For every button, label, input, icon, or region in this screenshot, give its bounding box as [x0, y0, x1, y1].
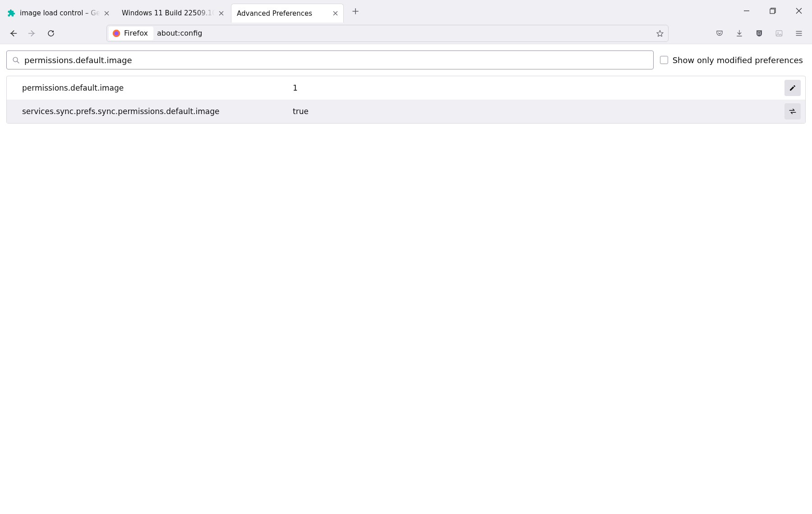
- toggle-pref-button[interactable]: [784, 103, 801, 119]
- forward-button[interactable]: [23, 25, 41, 42]
- minimize-button[interactable]: [734, 0, 760, 22]
- pref-value: 1: [293, 83, 784, 92]
- puzzle-icon: [7, 9, 15, 17]
- ublock-icon[interactable]: 口: [751, 25, 768, 42]
- window-controls: [734, 0, 812, 23]
- pref-row[interactable]: permissions.default.image 1: [7, 76, 805, 100]
- config-search-row: Show only modified preferences: [0, 44, 812, 69]
- downloads-button[interactable]: [731, 25, 748, 42]
- new-tab-button[interactable]: [347, 3, 364, 19]
- svg-text:口: 口: [757, 31, 761, 35]
- pref-row[interactable]: services.sync.prefs.sync.permissions.def…: [7, 100, 805, 123]
- checkbox-icon: [660, 56, 668, 64]
- navigation-toolbar: Firefox about:config 口: [0, 23, 812, 44]
- back-button[interactable]: [5, 25, 22, 42]
- pref-name: permissions.default.image: [22, 83, 293, 92]
- close-tab-button[interactable]: [217, 9, 226, 18]
- show-modified-only-checkbox[interactable]: Show only modified preferences: [660, 55, 806, 65]
- bookmark-star-button[interactable]: [652, 25, 668, 41]
- svg-rect-1: [770, 9, 775, 14]
- pref-search-input[interactable]: [24, 55, 648, 65]
- svg-rect-5: [776, 31, 782, 36]
- image-extension-icon[interactable]: [770, 25, 788, 42]
- close-tab-button[interactable]: [102, 9, 111, 18]
- maximize-button[interactable]: [760, 0, 786, 22]
- svg-point-6: [778, 32, 779, 33]
- tab-bar: image load control – Get this Ex Windows…: [0, 0, 812, 23]
- search-icon: [12, 56, 20, 64]
- close-tab-button[interactable]: [331, 9, 340, 18]
- identity-box[interactable]: Firefox: [109, 27, 153, 40]
- toolbar-right: 口: [711, 25, 807, 42]
- pref-name: services.sync.prefs.sync.permissions.def…: [22, 107, 293, 116]
- edit-pref-button[interactable]: [784, 80, 801, 96]
- tab-title: Advanced Preferences: [237, 9, 329, 18]
- svg-point-3: [115, 31, 119, 35]
- firefox-icon: [112, 29, 120, 37]
- tab-advanced-preferences[interactable]: Advanced Preferences: [231, 4, 344, 23]
- tab-title: Windows 11 Build 22509.1000 rolls: [122, 9, 215, 17]
- identity-label: Firefox: [124, 29, 148, 37]
- show-modified-label: Show only modified preferences: [673, 55, 803, 65]
- pocket-button[interactable]: [711, 25, 728, 42]
- pref-table: permissions.default.image 1 services.syn…: [6, 76, 806, 124]
- url-text: about:config: [155, 29, 652, 37]
- pref-value: true: [293, 107, 784, 116]
- app-menu-button[interactable]: [790, 25, 807, 42]
- close-window-button[interactable]: [786, 0, 812, 22]
- tab-title: image load control – Get this Ex: [20, 9, 100, 17]
- reload-button[interactable]: [42, 25, 60, 42]
- address-bar[interactable]: Firefox about:config: [106, 25, 669, 42]
- tab-extension[interactable]: image load control – Get this Ex: [2, 4, 115, 23]
- pref-search-box[interactable]: [6, 50, 654, 69]
- tab-windows-news[interactable]: Windows 11 Build 22509.1000 rolls: [116, 4, 229, 23]
